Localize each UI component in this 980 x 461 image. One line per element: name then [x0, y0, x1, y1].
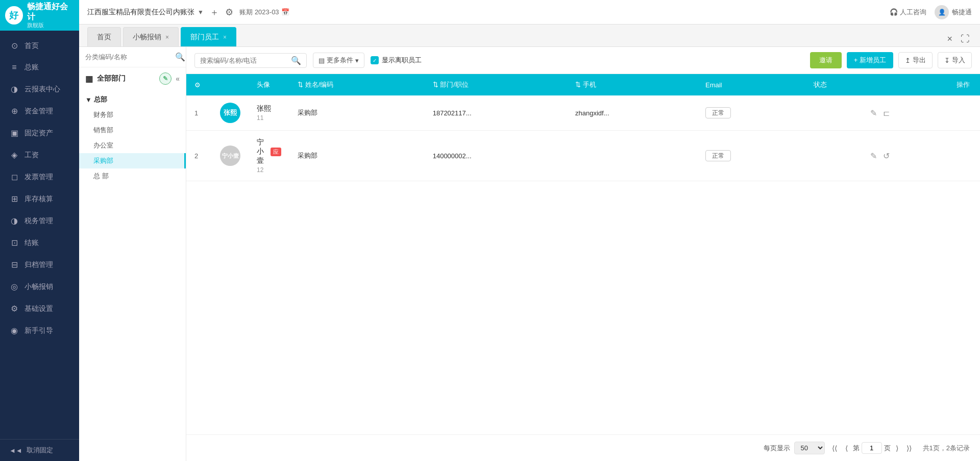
employee-panel: 🔍 ▤ 更多条件 ▾ ✓ 显示离职员工 邀请 + 新增员工 ↥ 导出 [186, 47, 980, 461]
period-selector[interactable]: 账期 2023-03 📅 [239, 8, 289, 17]
sidebar-item-ledger[interactable]: ≡ 总账 [0, 57, 79, 78]
import-button[interactable]: ↧ 导入 [938, 52, 972, 68]
col-dept[interactable]: ⇅ 部门/职位 [425, 74, 567, 95]
row1-dept: 采购部 [289, 95, 425, 131]
col-settings[interactable]: ⚙ [186, 74, 212, 95]
col-avatar: 头像 [249, 74, 289, 95]
dept-panel: 🔍 ▦ 全部部门 ✎ « ▼ 总部 财务部 销售部 [79, 47, 186, 461]
assets-icon: ▣ [9, 128, 19, 138]
employee-search-input[interactable] [200, 57, 288, 64]
row2-num: 2 [186, 131, 212, 181]
tab-expense[interactable]: 小畅报销 × [123, 27, 179, 46]
dept-search-icon[interactable]: 🔍 [175, 52, 185, 62]
invite-button[interactable]: 邀请 [810, 52, 842, 68]
col-phone[interactable]: ⇅ 手机 [567, 74, 697, 95]
dept-edit-button[interactable]: ✎ [159, 72, 172, 85]
sidebar-item-home[interactable]: ⊙ 首页 [0, 35, 79, 57]
sidebar-label-home: 首页 [24, 41, 39, 51]
dept-node-finance[interactable]: 财务部 [79, 107, 186, 123]
row2-email [567, 131, 697, 181]
sidebar-unpin[interactable]: ◄◄ 取消固定 [0, 439, 79, 461]
sidebar-label-inventory: 库存核算 [24, 195, 53, 204]
col-settings-icon[interactable]: ⚙ [194, 81, 201, 89]
tab-home[interactable]: 首页 [87, 27, 121, 46]
row1-avatar-cell: 张熙 [212, 95, 249, 131]
sidebar-item-reports[interactable]: ◑ 云报表中心 [0, 78, 79, 100]
dept-node-label: 总部 [94, 95, 107, 104]
page-last-btn[interactable]: ⟩⟩ [903, 442, 915, 454]
sidebar-item-funds[interactable]: ⊕ 资金管理 [0, 100, 79, 122]
company-selector[interactable]: 江西服宝精品有限责任公司内账张 ▼ [87, 8, 204, 17]
add-company-icon[interactable]: ＋ [210, 6, 219, 18]
col-name[interactable]: ⇅ 姓名/编码 [289, 74, 425, 95]
row1-avatar: 张熙 [220, 103, 240, 123]
dept-node-zongbu-parent[interactable]: ▼ 总部 [79, 92, 186, 107]
page-suffix: 页 [884, 444, 891, 453]
page-first-btn[interactable]: ⟨⟨ [829, 442, 840, 454]
tab-close-all[interactable]: × [945, 32, 954, 46]
add-employee-button[interactable]: + 新增员工 [847, 52, 893, 68]
sidebar-item-settings[interactable]: ⚙ 基础设置 [0, 298, 79, 320]
sidebar-item-expense[interactable]: ◎ 小畅报销 [0, 276, 79, 298]
export-button[interactable]: ↥ 导出 [898, 52, 933, 68]
tab-expense-close[interactable]: × [165, 34, 169, 41]
sidebar-item-closing[interactable]: ⊡ 结账 [0, 232, 79, 254]
row1-phone: 187202117... [425, 95, 567, 131]
user-menu[interactable]: 👤 畅捷通 [935, 5, 972, 19]
row2-edit-icon[interactable]: ✎ [870, 151, 877, 161]
expense-icon: ◎ [9, 282, 19, 292]
per-page-select[interactable]: 50 100 [794, 442, 825, 454]
sidebar-label-ledger: 总账 [24, 63, 39, 72]
page-input[interactable] [862, 442, 882, 454]
dept-collapse-icon[interactable]: « [176, 75, 180, 83]
sidebar-label-closing: 结账 [24, 238, 39, 248]
service-button[interactable]: 🎧 人工咨询 [890, 8, 926, 17]
row1-edit-icon[interactable]: ✎ [870, 108, 877, 118]
dept-node-sales[interactable]: 销售部 [79, 123, 186, 138]
export-label: 导出 [913, 56, 926, 65]
main-area: 江西服宝精品有限责任公司内账张 ▼ ＋ ⚙ 账期 2023-03 📅 🎧 人工咨… [79, 0, 980, 461]
sidebar-label-settings: 基础设置 [24, 304, 53, 313]
all-dept-header[interactable]: ▦ 全部部门 ✎ « [79, 67, 186, 90]
sidebar-item-salary[interactable]: ◈ 工资 [0, 144, 79, 166]
show-left-checkbox[interactable]: ✓ [371, 56, 379, 64]
more-filter-button[interactable]: ▤ 更多条件 ▾ [313, 53, 364, 68]
col-status: 状态 [805, 74, 898, 95]
phone-sort-icon: ⇅ [575, 81, 581, 88]
topbar: 江西服宝精品有限责任公司内账张 ▼ ＋ ⚙ 账期 2023-03 📅 🎧 人工咨… [79, 0, 980, 25]
tab-dept-close[interactable]: × [223, 34, 227, 41]
dept-search-box: 🔍 [79, 47, 186, 67]
tax-icon: ◑ [9, 216, 19, 226]
row2-delete-icon[interactable]: ↺ [883, 151, 890, 161]
sort-icon: ⇅ [298, 81, 303, 88]
dept-search-input[interactable] [85, 53, 171, 61]
filter-chevron: ▾ [355, 57, 359, 64]
dept-node-purchase[interactable]: 采购部 [79, 153, 186, 168]
page-next-btn[interactable]: ⟩ [893, 442, 901, 454]
tab-expand[interactable]: ⛶ [959, 32, 972, 46]
inventory-icon: ⊞ [9, 194, 19, 204]
sidebar-item-guide[interactable]: ◉ 新手引导 [0, 320, 79, 342]
dept-node-office[interactable]: 办公室 [79, 138, 186, 153]
page-prev-btn[interactable]: ⟨ [842, 442, 851, 454]
period-value: 2023-03 [255, 8, 279, 16]
import-icon: ↧ [944, 57, 950, 64]
tab-home-label: 首页 [97, 33, 111, 42]
sidebar-item-invoice[interactable]: ◻ 发票管理 [0, 166, 79, 188]
row2-action-icons: ✎ ↺ [814, 151, 890, 161]
app-name: 畅捷通好会计 [27, 2, 74, 21]
company-dropdown-icon[interactable]: ▼ [198, 9, 204, 16]
col-email: Email [697, 74, 805, 95]
dept-purchase-label: 采购部 [93, 157, 113, 164]
sidebar-item-assets[interactable]: ▣ 固定资产 [0, 122, 79, 144]
dept-node-hq[interactable]: 总 部 [79, 168, 186, 184]
row2-status: 正常 [697, 131, 805, 181]
sidebar-item-archive[interactable]: ⊟ 归档管理 [0, 254, 79, 276]
settings-gear-icon[interactable]: ⚙ [225, 7, 233, 18]
sidebar-item-inventory[interactable]: ⊞ 库存核算 [0, 188, 79, 210]
row1-logout-icon[interactable]: ⊏ [883, 108, 890, 118]
show-left-label[interactable]: ✓ 显示离职员工 [371, 56, 422, 65]
employee-search-icon[interactable]: 🔍 [291, 56, 301, 65]
tab-dept[interactable]: 部门员工 × [181, 27, 236, 46]
sidebar-item-tax[interactable]: ◑ 税务管理 [0, 210, 79, 232]
